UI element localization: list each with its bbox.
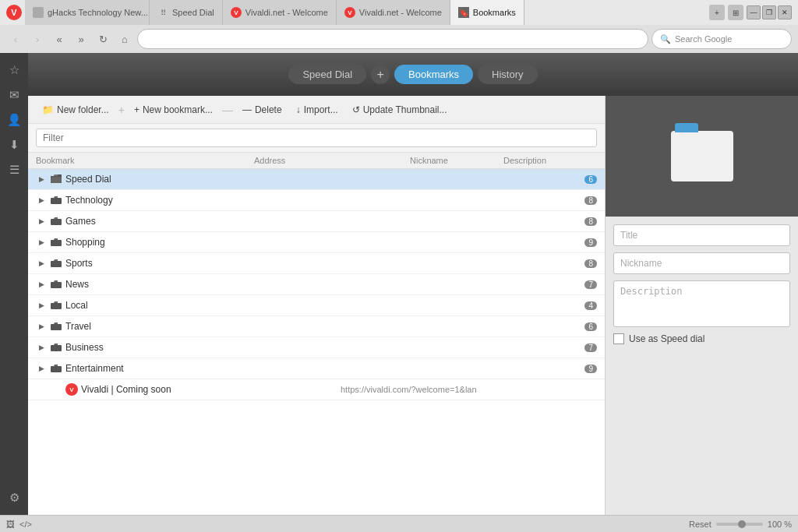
status-bar-right: Reset 100 % (689, 520, 792, 529)
bookmark-name-travel: Travel (65, 321, 578, 332)
thumbnail-area (606, 96, 798, 217)
expand-icon-shopping[interactable]: ▶ (36, 237, 47, 248)
tab-label-5: Bookmarks (473, 8, 516, 17)
restore-btn[interactable]: ❐ (762, 5, 776, 19)
new-folder-button[interactable]: 📁 New folder... (36, 102, 115, 118)
tab-label-1: gHacks Technology New... (48, 8, 148, 17)
update-thumbnail-button[interactable]: ↺ Update Thumbnail... (346, 102, 454, 118)
delete-button[interactable]: — Delete (236, 102, 288, 118)
tab-2[interactable]: ⠿ Speed Dial (150, 0, 223, 25)
expand-icon-business[interactable]: ▶ (36, 342, 47, 353)
folder-icon-technology (50, 194, 62, 206)
bookmark-name-local: Local (65, 300, 578, 311)
zoom-track[interactable] (716, 523, 763, 526)
bookmark-count-entertainment: 9 (584, 365, 597, 373)
expand-icon-entertainment[interactable]: ▶ (36, 363, 47, 374)
bookmark-row-sports[interactable]: ▶ Sports 8 (28, 253, 605, 274)
speed-dial-checkbox-row: Use as Speed dial (613, 333, 790, 344)
back-button[interactable]: ‹ (6, 30, 25, 48)
tabs-container: gHacks Technology New... ⠿ Speed Dial V … (25, 0, 701, 25)
bookmarks-button[interactable]: Bookmarks (394, 65, 473, 84)
sidebar-bookmarks-icon[interactable]: ☆ (3, 59, 25, 81)
bookmark-row-entertainment[interactable]: ▶ Entertainment 9 (28, 358, 605, 379)
reload-button[interactable]: ↻ (94, 30, 112, 48)
speed-dial-button[interactable]: Speed Dial (288, 65, 366, 84)
refresh-icon: ↺ (352, 104, 360, 115)
forward-button[interactable]: › (28, 30, 47, 48)
bookmark-count-business: 7 (584, 344, 597, 352)
close-btn[interactable]: ✕ (778, 5, 792, 19)
bookmark-count-speed-dial: 6 (584, 175, 597, 184)
bookmark-count-games: 8 (584, 217, 597, 226)
search-icon: 🔍 (660, 34, 671, 44)
description-input[interactable] (613, 280, 790, 327)
tab-3[interactable]: V Vivaldi.net - Welcome (223, 0, 337, 25)
reset-button[interactable]: Reset (689, 520, 711, 529)
bookmark-row-shopping[interactable]: ▶ Shopping 9 (28, 232, 605, 253)
bookmarks-toolbar: 📁 New folder... + + New bookmark... — — … (28, 96, 605, 124)
import-button[interactable]: ↓ Import... (290, 102, 344, 118)
sidebar-notes-icon[interactable]: ☰ (3, 159, 25, 181)
bookmark-row-business[interactable]: ▶ Business 7 (28, 337, 605, 358)
status-code-icon: </> (19, 520, 32, 529)
folder-plus-icon: 📁 (42, 104, 54, 115)
expand-icon-games[interactable]: ▶ (36, 216, 47, 227)
title-input[interactable] (613, 224, 790, 246)
folder-icon-shopping (50, 236, 62, 248)
svg-rect-5 (51, 282, 62, 288)
tab-stack-btn[interactable]: ⊞ (728, 5, 743, 20)
folder-icon-travel (50, 320, 62, 333)
bookmark-name-speed-dial: Speed Dial (65, 174, 578, 185)
sidebar-mail-icon[interactable]: ✉ (3, 84, 25, 106)
svg-rect-3 (51, 240, 62, 246)
svg-rect-9 (51, 366, 62, 372)
sidebar-settings-icon[interactable]: ⚙ (3, 487, 25, 509)
bookmark-row-travel[interactable]: ▶ Travel 6 (28, 316, 605, 337)
bookmark-row-games[interactable]: ▶ Games 8 (28, 211, 605, 232)
bookmark-row-local[interactable]: ▶ Local 4 (28, 295, 605, 316)
ffwd-button[interactable]: » (72, 30, 90, 48)
bookmark-name-shopping: Shopping (65, 237, 578, 248)
rewind-button[interactable]: « (50, 30, 69, 48)
new-bookmark-button[interactable]: + New bookmark... (128, 102, 219, 118)
address-bar[interactable] (137, 29, 648, 49)
app-logo: V (6, 5, 22, 20)
tab-5[interactable]: 🔖 Bookmarks (450, 0, 524, 25)
content-area: Speed Dial + Bookmarks History 📁 New fol… (28, 53, 798, 515)
expand-icon-travel[interactable]: ▶ (36, 321, 47, 332)
expand-icon-technology[interactable]: ▶ (36, 195, 47, 206)
nickname-input[interactable] (613, 252, 790, 274)
expand-icon-local[interactable]: ▶ (36, 300, 47, 311)
bookmark-row-speed-dial[interactable]: ▶ Speed Dial 6 (28, 169, 605, 190)
history-button[interactable]: History (478, 65, 537, 84)
delete-icon: — (242, 104, 252, 115)
svg-rect-8 (51, 345, 62, 351)
bookmark-count-local: 4 (584, 301, 597, 310)
new-tab-btn[interactable]: + (709, 5, 725, 20)
bookmark-address-vivaldi: https://vivaldi.com/?welcome=1&lan (341, 385, 597, 394)
expand-icon-speed-dial[interactable]: ▶ (36, 174, 47, 185)
add-speed-dial-button[interactable]: + (371, 65, 390, 84)
speed-dial-checkbox[interactable] (613, 333, 624, 344)
bookmark-name-entertainment: Entertainment (65, 363, 578, 374)
minimize-btn[interactable]: — (747, 5, 761, 19)
tab-label-2: Speed Dial (172, 8, 214, 17)
bookmark-row-vivaldi[interactable]: V Vivaldi | Coming soon https://vivaldi.… (28, 379, 605, 400)
tab-1[interactable]: gHacks Technology New... (25, 0, 150, 25)
bookmark-row-news[interactable]: ▶ News 7 (28, 274, 605, 295)
bookmark-row-technology[interactable]: ▶ Technology 8 (28, 190, 605, 211)
tab-4[interactable]: V Vivaldi.net - Welcome (337, 0, 450, 25)
expand-icon-sports[interactable]: ▶ (36, 258, 47, 269)
svg-rect-4 (51, 261, 62, 267)
main-layout: ☆ ✉ 👤 ⬇ ☰ ⚙ Speed Dial + Bookmarks Histo… (0, 53, 798, 515)
bookmark-count-sports: 8 (584, 259, 597, 268)
zoom-knob[interactable] (738, 520, 746, 528)
sidebar-contacts-icon[interactable]: 👤 (3, 109, 25, 131)
svg-rect-0 (51, 177, 62, 183)
filter-input[interactable] (36, 129, 597, 147)
tab-favicon-4: V (344, 7, 355, 18)
expand-icon-news[interactable]: ▶ (36, 279, 47, 290)
home-button[interactable]: ⌂ (115, 30, 134, 48)
search-bar[interactable]: 🔍 Search Google (651, 29, 792, 49)
sidebar-downloads-icon[interactable]: ⬇ (3, 134, 25, 156)
